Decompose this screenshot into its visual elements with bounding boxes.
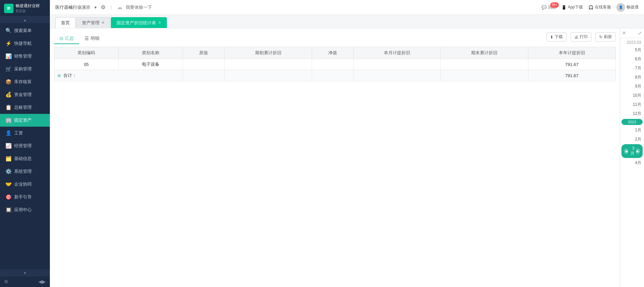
print-icon: 🖨: [574, 35, 578, 39]
topbar: 医疗器械行业演示 ▼ ⚙ ｜ ☁ 我要体验一下 💬 消息 99+ 📱 App下载…: [50, 0, 644, 15]
sidebar-item-label: 采购管理: [14, 66, 32, 72]
sidebar-item-funds[interactable]: 💰 资金管理: [0, 88, 50, 101]
online-service-btn[interactable]: 🎧 在线客服: [588, 4, 611, 10]
sub-tabs: ⊙ 汇总 ☰ 明细: [54, 33, 105, 43]
print-button[interactable]: 🖨 打印: [571, 32, 591, 41]
tabbar: 首页 资产管理 ✕ 固定资产折旧统计表 ✕: [50, 15, 644, 28]
user-btn[interactable]: 👤 畅捷通: [616, 3, 639, 12]
date-item-5[interactable]: 5月: [620, 45, 644, 55]
sidebar-scroll-down[interactable]: ▼: [0, 269, 50, 276]
experience-btn[interactable]: 我要体验一下: [126, 4, 152, 10]
depreciation-table: 类别编码 类别名称 原值 期初累计折旧 净值 本月计提折旧 期末累计折旧 本年计…: [54, 47, 616, 81]
sidebar-item-label: 固定资产: [14, 117, 32, 123]
apps-icon: 🔲: [5, 207, 11, 213]
tab-fixed-close[interactable]: ✕: [158, 21, 161, 25]
date-item-10[interactable]: 10月: [620, 91, 644, 100]
total-text: 合计：: [63, 73, 76, 78]
row-original: [183, 59, 224, 70]
sidebar-item-guide[interactable]: 🎯 新手引导: [0, 191, 50, 203]
app-download-btn[interactable]: 📱 App下载: [561, 4, 583, 10]
col-init-depr: 期初累计折旧: [224, 47, 312, 59]
sidebar-item-ledger[interactable]: 📋 总账管理: [0, 101, 50, 114]
col-original: 原值: [183, 47, 224, 59]
content-main: ⊙ 汇总 ☰ 明细 ⬇ 下载 🖨 打印: [50, 28, 620, 287]
sidebar-item-purchase[interactable]: 🛒 采购管理: [0, 63, 50, 75]
sidebar-item-label: 应用中心: [14, 207, 32, 213]
col-month-depr: 本月计提折旧: [353, 47, 440, 59]
tab-asset-label: 资产管理: [82, 20, 99, 26]
sub-tab-summary[interactable]: ⊙ 汇总: [54, 33, 79, 44]
date-item-4[interactable]: 4月: [620, 158, 644, 167]
date-nav-prev[interactable]: ◀: [624, 149, 628, 154]
row-year-depr: 791.67: [528, 59, 615, 70]
date-item-8[interactable]: 8月: [620, 73, 644, 82]
sidebar-item-sales[interactable]: 📊 销售管理: [0, 50, 50, 63]
sidebar-item-system[interactable]: ⚙️ 系统管理: [0, 165, 50, 178]
date-year-2023[interactable]: 2023: [621, 119, 643, 125]
detail-icon: ☰: [85, 36, 89, 41]
company-settings-icon[interactable]: ⚙: [101, 4, 105, 10]
sidebar-item-operations[interactable]: 📈 经营管理: [0, 139, 50, 152]
topbar-left: 医疗器械行业演示 ▼ ⚙ ｜ ☁ 我要体验一下: [55, 4, 152, 10]
date-item-9[interactable]: 9月: [620, 82, 644, 91]
content-area: ⊙ 汇总 ☰ 明细 ⬇ 下载 🖨 打印: [50, 28, 644, 287]
panel-close-icon[interactable]: ✕: [622, 30, 626, 36]
table-row: 05 电子设备 791.67: [54, 59, 616, 70]
col-end-depr: 期末累计折旧: [441, 47, 528, 59]
row-init-depr: [224, 59, 312, 70]
table-wrap: 类别编码 类别名称 原值 期初累计折旧 净值 本月计提折旧 期末累计折旧 本年计…: [54, 47, 616, 81]
date-item-7[interactable]: 7月: [620, 64, 644, 73]
col-net: 净值: [312, 47, 353, 59]
row-month-depr: [353, 59, 440, 70]
logo-icon: 财: [4, 4, 13, 13]
purchase-icon: 🛒: [5, 66, 11, 72]
sidebar-item-search[interactable]: 🔍 搜索菜单: [0, 24, 50, 37]
sidebar-item-quicknav[interactable]: ⚡ 快捷导航: [0, 37, 50, 50]
sidebar-item-label: 企业协同: [14, 181, 32, 187]
sidebar-item-label: 新手引导: [14, 194, 32, 200]
date-item-6[interactable]: 6月: [620, 55, 644, 64]
sidebar-item-apps[interactable]: 🔲 应用中心: [0, 203, 50, 216]
tab-fixed-deprec[interactable]: 固定资产折旧统计表 ✕: [111, 17, 167, 28]
date-item-11[interactable]: 11月: [620, 100, 644, 109]
sub-tab-detail[interactable]: ☰ 明细: [79, 33, 105, 44]
salary-icon: 👤: [5, 130, 11, 136]
tab-asset-close[interactable]: ✕: [101, 21, 104, 25]
sidebar-item-label: 经营管理: [14, 143, 32, 149]
tab-fixed-label: 固定资产折旧统计表: [117, 20, 156, 26]
refresh-button[interactable]: ↻ 刷新: [595, 32, 616, 41]
tab-asset-mgmt[interactable]: 资产管理 ✕: [76, 17, 110, 28]
total-init-depr: [224, 70, 312, 81]
sidebar-item-coop[interactable]: 🤝 企业协同: [0, 178, 50, 191]
operations-icon: 📈: [5, 143, 11, 149]
topbar-divider: ｜: [109, 4, 114, 10]
logo-sub: 普及版: [16, 9, 40, 13]
date-item-12[interactable]: 12月: [620, 109, 644, 118]
search-icon: 🔍: [5, 28, 11, 34]
total-year-depr: 791.67: [528, 70, 615, 81]
right-panel: ✕ ⤢ 2023.03 5月 6月 7月 8月 9月 10月 11月 12月 2…: [620, 28, 644, 287]
date-item-2[interactable]: 2月: [620, 135, 644, 144]
date-item-3[interactable]: ◀ 3月 ▶: [621, 144, 643, 158]
download-button[interactable]: ⬇ 下载: [546, 32, 566, 41]
sidebar-item-basic[interactable]: 🗂️ 基础信息: [0, 152, 50, 165]
sidebar-scroll-up[interactable]: ▲: [0, 17, 50, 23]
total-row: ⊞ 合计： 791.67: [54, 70, 616, 81]
settings-icon[interactable]: ⚙: [4, 279, 8, 284]
sidebar-item-inventory[interactable]: 📦 库存核算: [0, 75, 50, 88]
panel-expand-icon[interactable]: ⤢: [638, 30, 642, 36]
collapse-icon[interactable]: ◀▶: [38, 279, 46, 284]
sidebar-bottom: ⚙ ◀▶: [0, 276, 50, 287]
messages-btn[interactable]: 💬 消息 99+: [542, 4, 556, 10]
sidebar-item-fixed[interactable]: 🏢 固定资产: [0, 114, 50, 127]
app-icon: 📱: [561, 5, 566, 10]
total-net: [312, 70, 353, 81]
app-label: App下载: [568, 4, 583, 10]
sidebar-item-salary[interactable]: 👤 工资: [0, 127, 50, 139]
quicknav-icon: ⚡: [5, 40, 11, 46]
company-dropdown-icon[interactable]: ▼: [94, 5, 97, 9]
date-item-1[interactable]: 1月: [620, 126, 644, 135]
toolbar: ⬇ 下载 🖨 打印 ↻ 刷新: [546, 32, 616, 41]
tab-home[interactable]: 首页: [55, 17, 75, 28]
date-nav-next[interactable]: ▶: [636, 149, 640, 154]
